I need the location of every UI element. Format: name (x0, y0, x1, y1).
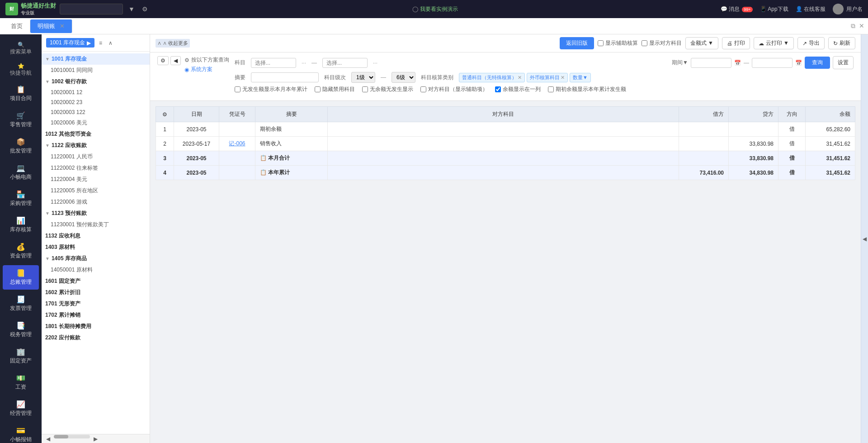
tree-item-1122[interactable]: ▼ 1122 应收账款 (42, 140, 150, 151)
tree-item-11220005[interactable]: 11220005 所在地区 (42, 185, 150, 196)
tree-item-11220004[interactable]: 11220004 美元 (42, 174, 150, 185)
tree-scrollbar[interactable] (54, 435, 90, 438)
tab-ledger[interactable]: 明细账 ✕ (30, 19, 72, 33)
period-start-cal[interactable]: 📅 (734, 60, 741, 66)
query-btn[interactable]: 查询 (805, 57, 830, 69)
tab-home[interactable]: 首页 (4, 19, 30, 33)
cb-no-amount[interactable]: 无余额无发生显示 (362, 86, 413, 93)
settings-btn[interactable]: 设置 (833, 56, 854, 69)
settings-icon[interactable]: ⚙ (140, 5, 150, 14)
tree-item-1701[interactable]: 1701 无形资产 (42, 298, 150, 310)
collapse-more-btn[interactable]: ∧ ∧ 收起更多 (156, 39, 190, 48)
sidebar-search[interactable]: 🔍 搜索菜单 (10, 38, 32, 59)
period-start-input[interactable]: 2023-05 (691, 58, 731, 68)
sidebar-item-invoice[interactable]: 🧾 发票管理 (3, 291, 39, 316)
sidebar-item-retail[interactable]: 🛒 零售管理 (3, 108, 39, 132)
kemu-level-from-select[interactable]: 1级2级3级 (351, 72, 375, 83)
voucher-link[interactable]: 记-006 (229, 140, 245, 147)
tree-item-1601[interactable]: 1601 固定资产 (42, 276, 150, 287)
tree-item-10020003[interactable]: 10020003 122 (42, 107, 150, 117)
kemu-tag-1-close[interactable]: ✕ (518, 75, 522, 81)
cell-voucher[interactable]: 记-006 (219, 137, 255, 151)
tree-item-1002[interactable]: ▼ 1002 银行存款 (42, 76, 150, 87)
zhaiyao-input[interactable] (251, 72, 319, 82)
cb-hide-disabled[interactable]: 隐藏禁用科目 (315, 86, 355, 93)
period-end-input[interactable]: 2023-05 (752, 58, 793, 68)
tab-close-icon[interactable]: ✕ (60, 23, 65, 29)
sidebar-item-tax[interactable]: 📑 税务管理 (3, 318, 39, 342)
tree-scroll-right[interactable]: ▶ (92, 435, 99, 443)
tree-menu-icon[interactable]: ≡ (97, 39, 104, 47)
user-area[interactable]: 用户名 (833, 4, 863, 14)
cb-no-balance[interactable]: 无发生额显示本月本年累计 (235, 86, 307, 93)
sidebar-item-operations[interactable]: 📈 经营管理 (3, 396, 39, 421)
tree-item-14050001[interactable]: 14050001 原材料 (42, 264, 150, 276)
table-row[interactable]: 42023-05📋 本年累计73,416.0034,830.98借31,451.… (156, 166, 855, 180)
system-schema-option[interactable]: ◉ 系统方案 (184, 66, 229, 73)
online-service-action[interactable]: 👤 在线客服 (796, 5, 826, 13)
period-end-cal[interactable]: 📅 (795, 60, 802, 66)
format-btn[interactable]: 金额式 ▼ (685, 37, 718, 49)
demo-link[interactable]: ◯ 我要看实例演示 (412, 5, 458, 13)
cb-no-balance-input[interactable] (235, 86, 241, 92)
sidebar-item-ecommerce[interactable]: 💻 小畅电商 (3, 160, 39, 185)
show-aux-calc-input[interactable] (598, 40, 604, 46)
return-old-btn[interactable]: 返回旧版 (560, 37, 594, 49)
tree-item-1602[interactable]: 1602 累计折旧 (42, 287, 150, 298)
tree-item-11220006[interactable]: 11220006 游戏 (42, 196, 150, 208)
selected-account-display[interactable]: 1001 库存现金 ▶ (46, 38, 94, 48)
tree-item-11220001[interactable]: 11220001 人民币 (42, 151, 150, 162)
tree-item-1132[interactable]: 1132 应收利息 (42, 230, 150, 242)
filter-settings-icon[interactable]: ⚙ (157, 56, 169, 65)
tree-item-10020006[interactable]: 10020006 美元 (42, 117, 150, 129)
tree-item-1405[interactable]: ▼ 1405 库存商品 (42, 253, 150, 264)
table-row[interactable]: 32023-05📋 本月合计33,830.98借31,451.62 (156, 151, 855, 166)
kemu-input2[interactable] (322, 58, 368, 68)
kemu-tag-3[interactable]: 数量▼ (570, 73, 591, 82)
cb-opposite[interactable]: 对方科目（显示辅助项） (420, 86, 488, 93)
tree-item-10020001[interactable]: 10020001 12 (42, 87, 150, 97)
show-opposite-input[interactable] (642, 40, 647, 46)
kemu-tag-2-close[interactable]: ✕ (561, 75, 565, 81)
sidebar-item-assets[interactable]: 🏢 固定资产 (3, 344, 39, 368)
sidebar-item-ledger[interactable]: 📒 总账管理 (3, 265, 39, 290)
show-aux-calc-checkbox[interactable]: 显示辅助核算 (598, 39, 638, 47)
tree-item-2202[interactable]: 2202 应付账款 (42, 332, 150, 343)
tree-item-10020002[interactable]: 10020002 23 (42, 97, 150, 107)
print-btn[interactable]: 🖨 打印 (722, 37, 750, 49)
refresh-btn[interactable]: ↻ 刷新 (828, 37, 855, 49)
tree-item-11230001[interactable]: 11230001 预付账款美丁 (42, 219, 150, 230)
cloud-print-btn[interactable]: ☁ 云打印 ▼ (754, 37, 794, 49)
tab-close-all-icon[interactable]: ✕ (859, 22, 864, 30)
search-input[interactable] (60, 4, 123, 14)
cb-balance-col-input[interactable] (495, 86, 501, 92)
sidebar-item-inventory[interactable]: 📊 库存核算 (3, 213, 39, 237)
filter-collapse-btn[interactable]: ◀ (170, 56, 181, 65)
sidebar-item-sales[interactable]: 💳 小畅报销 (3, 423, 39, 443)
th-settings[interactable]: ⚙ (156, 107, 174, 122)
sidebar-quick-nav[interactable]: ⭐ 快捷导航 (10, 59, 32, 81)
sidebar-item-project[interactable]: 📋 项目合同 (3, 81, 39, 106)
account-select-arrow[interactable]: ▶ (87, 40, 91, 46)
cb-initial-balance[interactable]: 期初余额显示本年累计发生额 (548, 86, 626, 93)
cb-balance-col[interactable]: 余额显示在一列 (495, 86, 541, 93)
cb-no-amount-input[interactable] (362, 86, 368, 92)
kemu-tag-2[interactable]: 外币核算科目 ✕ (527, 73, 568, 82)
kemu-input[interactable] (251, 58, 296, 68)
tree-item-1702[interactable]: 1702 累计摊销 (42, 310, 150, 321)
tree-item-1001[interactable]: ▼ 1001 库存现金 (42, 53, 150, 65)
export-btn[interactable]: ↗ 导出 (797, 37, 825, 49)
app-download-action[interactable]: 📱 App下载 (760, 5, 788, 13)
tree-item-10010001[interactable]: 10010001 同同同 (42, 65, 150, 76)
dropdown-icon[interactable]: ▼ (127, 5, 137, 14)
table-row[interactable]: 12023-05期初余额借65,282.60 (156, 122, 855, 137)
cb-hide-disabled-input[interactable] (315, 86, 321, 92)
sidebar-item-capital[interactable]: 💰 资金管理 (3, 239, 39, 263)
sidebar-item-wholesale[interactable]: 📦 批发管理 (3, 134, 39, 158)
tab-restore-icon[interactable]: ⧉ (851, 22, 855, 30)
cb-initial-balance-input[interactable] (548, 86, 554, 92)
tree-item-1403[interactable]: 1403 原材料 (42, 242, 150, 253)
show-opposite-checkbox[interactable]: 显示对方科目 (642, 39, 682, 47)
sidebar-item-payroll[interactable]: 💵 工资 (3, 370, 39, 395)
tree-item-1123[interactable]: ▼ 1123 预付账款 (42, 208, 150, 219)
